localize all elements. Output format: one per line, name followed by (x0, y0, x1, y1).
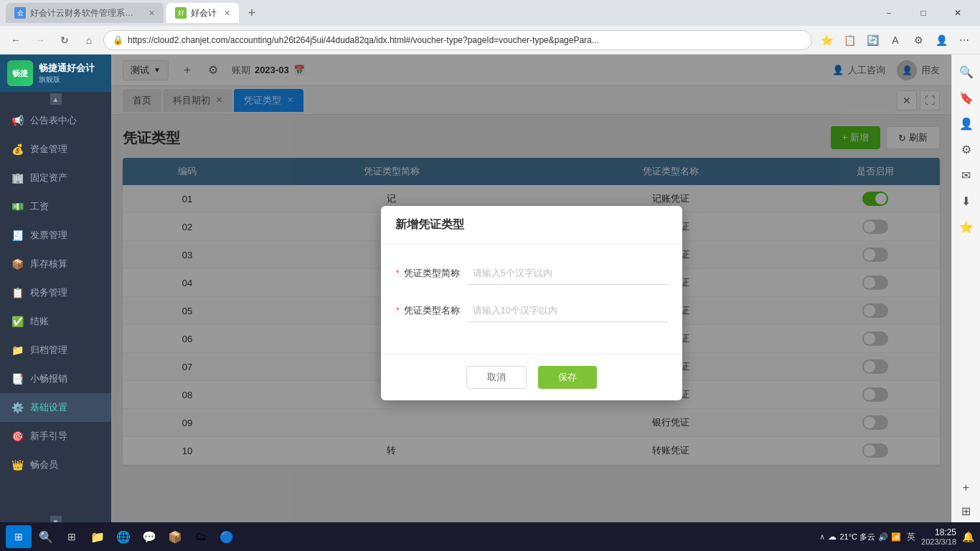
sidebar-item-payroll[interactable]: 💵 工资 (0, 192, 111, 221)
right-sidebar: 🔍 🔖 👤 ⚙ ✉ ⬇ ⭐ + ⊞ ⚙ (951, 55, 980, 551)
forward-button[interactable]: → (30, 30, 50, 50)
browser-tab-1[interactable]: 会 好会计云财务软件管理系统_会计 ✕ (6, 3, 164, 23)
sidebar-item-inventory-label: 库存核算 (30, 258, 67, 270)
language-indicator: 英 (907, 531, 915, 543)
sidebar-item-announcements-label: 公告表中心 (30, 114, 77, 127)
cancel-button[interactable]: 取消 (466, 366, 527, 389)
sidebar-item-inventory[interactable]: 📦 库存核算 (0, 250, 111, 278)
rs-grid-icon[interactable]: ⊞ (955, 499, 978, 522)
add-voucher-type-modal: 新增凭证类型 * 凭证类型简称 * 凭证类型名称 取消 保存 (381, 206, 682, 400)
taskbar: ⊞ 🔍 ⊞ 📁 🌐 💬 📦 🗂 🔵 ∧ ☁ 21°C 多云 🔊 📶 英 18:2… (0, 522, 980, 551)
name-label: * 凭证类型名称 (395, 304, 467, 317)
name-input[interactable] (467, 299, 668, 322)
taskbar-task-view[interactable]: ⊞ (60, 525, 83, 548)
sidebar: 畅捷 畅捷通好会计 旗舰版 ▲ 📢 公告表中心 💰 资金管理 🏢 固定资产 (0, 55, 111, 551)
short-input[interactable] (467, 262, 668, 285)
short-label: * 凭证类型简称 (395, 267, 467, 280)
taskbar-right: ∧ ☁ 21°C 多云 🔊 📶 英 18:25 2023/3/18 🔔 (819, 527, 974, 546)
taskbar-time[interactable]: 18:25 2023/3/18 (921, 527, 956, 546)
sidebar-header: 畅捷 畅捷通好会计 旗舰版 (0, 55, 111, 92)
notification-button[interactable]: 🔔 (962, 531, 974, 542)
new-tab-button[interactable]: + (242, 3, 262, 23)
browser-action-4[interactable]: A (885, 30, 905, 50)
weather-icon: ☁ (828, 532, 837, 542)
expense-icon: 📑 (10, 372, 24, 386)
tab-favicon-1: 会 (14, 7, 26, 19)
minimize-button[interactable]: － (872, 3, 905, 23)
member-icon: 👑 (10, 458, 24, 472)
browser-tab-1-label: 好会计云财务软件管理系统_会计 (30, 7, 141, 19)
taskbar-files[interactable]: 🗂 (189, 525, 212, 548)
save-button[interactable]: 保存 (538, 366, 597, 389)
taskbar-notify[interactable]: ∧ ☁ 21°C 多云 🔊 📶 (819, 532, 901, 542)
sidebar-item-expense[interactable]: 📑 小畅报销 (0, 364, 111, 393)
sidebar-item-invoice[interactable]: 🧾 发票管理 (0, 221, 111, 250)
sidebar-item-payroll-label: 工资 (30, 200, 49, 213)
sidebar-item-fixed-assets[interactable]: 🏢 固定资产 (0, 164, 111, 192)
sidebar-logo: 畅捷 (7, 60, 33, 86)
sidebar-item-funds[interactable]: 💰 资金管理 (0, 135, 111, 164)
browser-action-6[interactable]: 👤 (931, 30, 951, 50)
browser-action-7[interactable]: ⋯ (954, 30, 974, 50)
modal-overlay: 新增凭证类型 * 凭证类型简称 * 凭证类型名称 取消 保存 (111, 55, 951, 551)
taskbar-search[interactable]: 🔍 (34, 525, 57, 548)
sidebar-item-tax-label: 税务管理 (30, 286, 67, 299)
taskbar-browser[interactable]: 🔵 (215, 525, 238, 548)
home-button[interactable]: ⌂ (79, 30, 99, 50)
rs-settings-icon[interactable]: ⚙ (955, 138, 978, 161)
funds-icon: 💰 (10, 142, 24, 156)
basic-icon: ⚙️ (10, 400, 24, 415)
rs-plus-icon[interactable]: + (955, 476, 978, 499)
modal-footer: 取消 保存 (381, 354, 682, 400)
sidebar-item-member-label: 畅会员 (30, 458, 58, 471)
taskbar-explorer[interactable]: 📁 (86, 525, 109, 548)
address-input[interactable]: 🔒 https://cloud2.chanjet.com/accounting/… (103, 30, 812, 50)
rs-bookmark-icon[interactable]: 🔖 (955, 86, 978, 109)
window-controls: － □ ✕ (872, 3, 974, 23)
rs-mail-icon[interactable]: ✉ (955, 164, 978, 187)
sidebar-item-guide[interactable]: 🎯 新手引导 (0, 422, 111, 451)
sidebar-item-announcements[interactable]: 📢 公告表中心 (0, 106, 111, 135)
rs-search-icon[interactable]: 🔍 (955, 60, 978, 83)
taskbar-wechat[interactable]: 💬 (138, 525, 161, 548)
taskbar-edge[interactable]: 🌐 (112, 525, 135, 548)
browser-tab-2-close[interactable]: ✕ (224, 9, 230, 18)
sidebar-item-settlement-label: 结账 (30, 315, 49, 328)
invoice-icon: 🧾 (10, 228, 24, 242)
sidebar-item-expense-label: 小畅报销 (30, 372, 67, 385)
browser-action-3[interactable]: 🔄 (862, 30, 882, 50)
sidebar-app-title: 畅捷通好会计 (39, 62, 95, 75)
address-bar: ← → ↻ ⌂ 🔒 https://cloud2.chanjet.com/acc… (0, 26, 980, 55)
fixed-assets-icon: 🏢 (10, 171, 24, 185)
tab-bar: 会 好会计云财务软件管理系统_会计 ✕ 好 好会计 ✕ + － □ ✕ (0, 0, 980, 26)
modal-body: * 凭证类型简称 * 凭证类型名称 (381, 245, 682, 354)
browser-action-2[interactable]: 📋 (839, 30, 859, 50)
sidebar-item-archive-label: 归档管理 (30, 344, 67, 357)
start-button[interactable]: ⊞ (6, 525, 32, 548)
browser-action-1[interactable]: ⭐ (816, 30, 837, 50)
maximize-button[interactable]: □ (907, 3, 940, 23)
taskbar-appstore[interactable]: 📦 (164, 525, 187, 548)
sidebar-scroll-up[interactable]: ▲ (50, 93, 62, 105)
browser-tab-2[interactable]: 好 好会计 ✕ (166, 3, 239, 23)
rs-person-icon[interactable]: 👤 (955, 112, 978, 135)
sidebar-item-guide-label: 新手引导 (30, 430, 67, 443)
short-label-text: 凭证类型简称 (404, 268, 460, 278)
sidebar-item-member[interactable]: 👑 畅会员 (0, 451, 111, 479)
sidebar-item-funds-label: 资金管理 (30, 143, 67, 156)
sidebar-scroll: 📢 公告表中心 💰 资金管理 🏢 固定资产 💵 工资 🧾 发票管理 📦 (0, 106, 111, 514)
sidebar-item-fixed-assets-label: 固定资产 (30, 171, 67, 184)
sidebar-item-basic[interactable]: ⚙️ 基础设置 (0, 393, 111, 422)
browser-actions: ⭐ 📋 🔄 A ⚙ 👤 ⋯ (816, 30, 974, 50)
close-button[interactable]: ✕ (941, 3, 974, 23)
browser-action-5[interactable]: ⚙ (908, 30, 928, 50)
rs-download-icon[interactable]: ⬇ (955, 189, 978, 212)
sidebar-item-settlement[interactable]: ✅ 结账 (0, 307, 111, 336)
announcements-icon: 📢 (10, 113, 24, 128)
sidebar-item-archive[interactable]: 📁 归档管理 (0, 336, 111, 364)
sidebar-item-tax[interactable]: 📋 税务管理 (0, 278, 111, 307)
rs-star-icon[interactable]: ⭐ (955, 215, 978, 238)
browser-tab-1-close[interactable]: ✕ (149, 9, 155, 18)
refresh-button[interactable]: ↻ (55, 30, 75, 50)
back-button[interactable]: ← (6, 30, 26, 50)
